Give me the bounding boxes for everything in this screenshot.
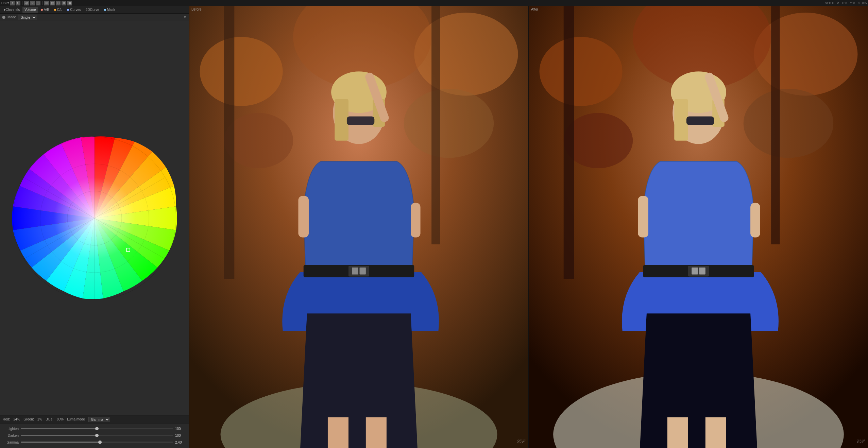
- gamma-track[interactable]: [21, 442, 173, 443]
- colorwheel-area[interactable]: [0, 21, 189, 415]
- svg-rect-23: [347, 116, 374, 125]
- tab-volume-label: Volume: [24, 8, 36, 12]
- before-label: Before: [191, 7, 201, 11]
- tab-curves-dot: [67, 9, 69, 11]
- svg-point-37: [744, 89, 834, 158]
- gamma-thumb[interactable]: [98, 441, 102, 444]
- tab-mask-dot: [104, 9, 106, 11]
- svg-rect-54: [705, 417, 726, 448]
- svg-rect-48: [688, 266, 709, 277]
- svg-rect-20: [335, 99, 348, 141]
- v-val: 0%: [862, 1, 867, 5]
- svg-rect-46: [686, 116, 714, 125]
- tab-2dcurve-label: 2DCurve: [86, 8, 99, 12]
- after-watermark: 𝒞𝒫: [855, 438, 863, 445]
- sliders-area: Lighten 100 Darken 100 Gamma: [0, 423, 189, 448]
- svg-rect-38: [564, 6, 574, 279]
- svg-rect-52: [750, 203, 760, 238]
- gamma-row: Gamma 2.40: [3, 439, 185, 445]
- svg-point-14: [404, 89, 494, 158]
- main-layout: ●Channels Volume A/B C/L Curves 2DCurve: [0, 6, 868, 448]
- darken-fill: [21, 435, 97, 436]
- svg-rect-50: [699, 268, 705, 274]
- arrow-left-icon[interactable]: ◄: [10, 1, 15, 5]
- gamma-label: Gamma: [3, 441, 19, 444]
- mode-radio[interactable]: [2, 16, 5, 19]
- lighten-track[interactable]: [21, 428, 173, 429]
- close-icon[interactable]: ✕: [30, 1, 35, 5]
- darken-label: Darken: [3, 434, 19, 437]
- lighten-thumb[interactable]: [95, 427, 99, 430]
- expand-icon[interactable]: ▼: [183, 15, 187, 19]
- toolbar-info: SEC H V X: 0 Y: 0 0 0%: [825, 1, 867, 5]
- red-label: Red:: [3, 417, 10, 421]
- svg-rect-25: [348, 266, 369, 277]
- red-value: 24%: [13, 417, 20, 421]
- tab-ab[interactable]: A/B: [39, 7, 51, 13]
- after-panel: After: [529, 6, 868, 448]
- tab-channels-label: ●Channels: [3, 8, 20, 12]
- color-info-bar: Red: 24% Green: 1% Blue: 80% Luma mode G…: [0, 415, 189, 423]
- svg-rect-43: [674, 99, 688, 141]
- separator-3: [42, 1, 42, 5]
- mode-select[interactable]: Single Multi: [18, 15, 37, 20]
- y-coord: Y: 0: [850, 1, 855, 5]
- arrow-right-icon[interactable]: ►: [16, 1, 20, 5]
- svg-rect-15: [224, 6, 235, 279]
- svg-rect-39: [771, 6, 780, 244]
- svg-rect-28: [298, 196, 309, 237]
- darken-row: Darken 100: [3, 432, 185, 438]
- svg-rect-30: [328, 417, 348, 448]
- colorwheel-svg[interactable]: [6, 130, 183, 307]
- svg-rect-51: [638, 196, 648, 237]
- blue-value: 80%: [57, 417, 64, 421]
- green-label: Green:: [23, 417, 34, 421]
- tab-2dcurve[interactable]: 2DCurve: [84, 7, 101, 13]
- lighten-fill: [21, 428, 97, 429]
- svg-rect-31: [366, 417, 387, 448]
- v-label: V: [837, 1, 839, 5]
- window-icon[interactable]: □: [36, 1, 40, 5]
- minus-icon[interactable]: ⊟: [56, 1, 61, 5]
- darken-thumb[interactable]: [95, 434, 99, 437]
- menu-icon[interactable]: ▤: [50, 1, 55, 5]
- svg-point-11: [414, 13, 518, 96]
- svg-rect-49: [692, 268, 698, 274]
- before-photo-svg: [189, 6, 528, 448]
- top-toolbar: HSPs ◄ ► ⊕ ✕ □ ⊞ ▤ ⊟ ⊠ ▣ SEC H V X: 0 Y:…: [0, 0, 868, 6]
- darken-track[interactable]: [21, 435, 173, 436]
- svg-point-34: [754, 13, 857, 96]
- second-toolbar: Mode Single Multi ▼: [0, 14, 189, 21]
- tab-mask-label: Mask: [107, 8, 115, 12]
- svg-rect-53: [667, 417, 688, 448]
- h-val: 0: [858, 1, 860, 5]
- right-panels: Before: [189, 6, 868, 448]
- svg-point-33: [540, 37, 623, 106]
- lighten-label: Lighten: [3, 427, 19, 431]
- after-photo-svg: [529, 6, 868, 448]
- tab-ab-dot: [41, 9, 43, 11]
- after-photo: 𝒞𝒫: [529, 6, 868, 448]
- tab-ab-label: A/B: [44, 8, 49, 12]
- svg-rect-16: [431, 6, 440, 244]
- tab-cl[interactable]: C/L: [52, 7, 65, 13]
- tab-mask[interactable]: Mask: [102, 7, 117, 13]
- tab-curves[interactable]: Curves: [65, 7, 83, 13]
- tab-curves-label: Curves: [70, 8, 81, 12]
- grid-icon[interactable]: ⊞: [44, 1, 49, 5]
- tab-bar: ●Channels Volume A/B C/L Curves 2DCurve: [0, 6, 189, 14]
- cross-icon[interactable]: ⊠: [62, 1, 66, 5]
- separator-1: [8, 1, 8, 5]
- left-panel: ●Channels Volume A/B C/L Curves 2DCurve: [0, 6, 189, 448]
- before-watermark: 𝒞𝒫: [516, 438, 524, 445]
- darken-value: 100: [175, 434, 185, 437]
- tab-volume[interactable]: Volume: [22, 7, 38, 13]
- svg-rect-27: [360, 268, 366, 274]
- lighten-value: 100: [175, 427, 185, 431]
- gamma-value: 2.40: [175, 441, 185, 444]
- add-icon[interactable]: ⊕: [24, 1, 29, 5]
- luma-dropdown[interactable]: Gamma Linear Log: [88, 417, 110, 422]
- square-icon[interactable]: ▣: [67, 1, 72, 5]
- tab-channels[interactable]: ●Channels: [1, 7, 22, 13]
- lighten-row: Lighten 100: [3, 426, 185, 432]
